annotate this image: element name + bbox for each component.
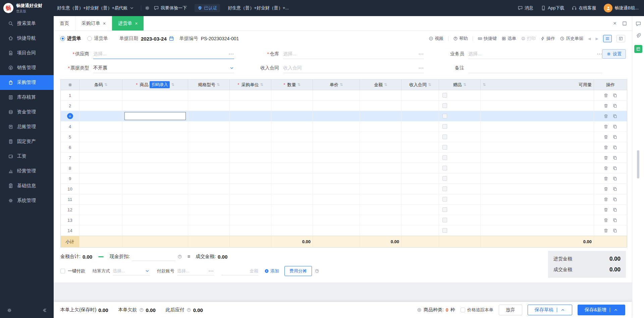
payable-after-help-icon[interactable] xyxy=(186,308,191,312)
column-header-amount[interactable]: 金额⇅ xyxy=(360,80,401,90)
delete-row-icon[interactable] xyxy=(603,114,608,119)
delete-row-icon[interactable] xyxy=(603,176,608,181)
user-name[interactable]: 畅捷通B组... xyxy=(614,5,639,11)
pay-account-select[interactable]: 选择... ··· xyxy=(177,267,214,275)
app-download-link[interactable]: App下载 xyxy=(541,5,564,11)
cell-income-contract[interactable] xyxy=(401,101,439,111)
delete-row-icon[interactable] xyxy=(603,155,608,160)
cell-purchase-unit[interactable] xyxy=(230,173,271,183)
cell-qty[interactable] xyxy=(271,121,313,131)
delete-row-icon[interactable] xyxy=(603,218,608,223)
radio-goods-receipt[interactable]: 进货单 xyxy=(60,36,81,42)
cell-available[interactable] xyxy=(481,225,594,235)
cell-qty[interactable] xyxy=(271,215,313,225)
income-contract-field[interactable]: 收入合同 ··· xyxy=(283,63,424,73)
sidebar-settings-icon[interactable] xyxy=(7,308,12,313)
cell-available[interactable] xyxy=(481,132,594,142)
delete-row-icon[interactable] xyxy=(603,93,608,98)
cell-income-contract[interactable] xyxy=(401,205,439,215)
cell-amount[interactable] xyxy=(360,121,401,131)
cell-barcode[interactable] xyxy=(79,163,122,173)
sidebar-item-ledger[interactable]: 总账管理 xyxy=(0,119,54,134)
cell-income-contract[interactable] xyxy=(401,111,439,121)
cell-price[interactable] xyxy=(313,101,360,111)
operate-button[interactable]: 操作 xyxy=(540,36,555,42)
cell-price[interactable] xyxy=(313,111,360,121)
sidebar-item-search-menu[interactable]: 搜索菜单 xyxy=(0,16,54,31)
close-all-tabs-icon[interactable]: × xyxy=(613,20,616,27)
hotkey-button[interactable]: 快捷键 xyxy=(478,36,497,42)
scrollbar-thumb[interactable] xyxy=(637,150,639,178)
sidebar-item-project-contract[interactable]: 项目合同 xyxy=(0,46,54,60)
column-header-available[interactable]: ⇅可用量 xyxy=(481,80,594,90)
cell-available[interactable] xyxy=(481,121,594,131)
copy-row-icon[interactable] xyxy=(612,114,618,119)
column-header-barcode[interactable]: 条码⇅ xyxy=(79,80,122,90)
sort-icon[interactable]: ⇅ xyxy=(171,83,174,87)
cell-spec[interactable] xyxy=(188,101,230,111)
delete-row-icon[interactable] xyxy=(603,166,608,171)
cell-amount[interactable] xyxy=(360,153,401,163)
cell-qty[interactable] xyxy=(271,194,313,204)
collapse-sidebar-icon[interactable] xyxy=(42,308,47,313)
cell-income-contract[interactable] xyxy=(401,163,439,173)
sidebar-item-sales[interactable]: 销售管理 xyxy=(0,60,54,75)
cell-spec[interactable] xyxy=(188,153,230,163)
cell-product[interactable] xyxy=(122,205,188,215)
cell-amount[interactable] xyxy=(360,111,401,121)
cell-price[interactable] xyxy=(313,215,360,225)
cell-price[interactable] xyxy=(313,173,360,183)
cell-price[interactable] xyxy=(313,142,360,152)
cell-amount[interactable] xyxy=(360,194,401,204)
column-header-price[interactable]: 单价⇅ xyxy=(313,80,360,90)
copy-row-icon[interactable] xyxy=(612,93,618,98)
add-row-button[interactable]: + xyxy=(67,113,73,119)
cell-purchase-unit[interactable] xyxy=(230,142,271,152)
cell-amount[interactable] xyxy=(360,101,401,111)
cell-qty[interactable] xyxy=(271,225,313,235)
tab-home[interactable]: 首页 xyxy=(54,16,75,31)
gift-checkbox[interactable] xyxy=(442,103,447,108)
cell-qty[interactable] xyxy=(271,90,313,100)
cell-income-contract[interactable] xyxy=(401,215,439,225)
add-payment-button[interactable]: 添加 xyxy=(264,268,279,274)
product-input[interactable] xyxy=(124,112,186,120)
cell-product[interactable] xyxy=(122,184,188,194)
cell-spec[interactable] xyxy=(188,142,230,152)
cell-qty[interactable] xyxy=(271,205,313,215)
gift-checkbox[interactable] xyxy=(442,187,447,191)
delete-row-icon[interactable] xyxy=(603,187,608,192)
experience-link[interactable]: 我要体验一下 xyxy=(154,5,187,11)
cell-purchase-unit[interactable] xyxy=(230,101,271,111)
sort-icon[interactable]: ⇅ xyxy=(340,83,343,87)
discount-help-icon[interactable] xyxy=(177,254,182,259)
cell-purchase-unit[interactable] xyxy=(230,225,271,235)
column-settings-icon[interactable] xyxy=(68,83,72,87)
cell-spec[interactable] xyxy=(188,205,230,215)
cell-purchase-unit[interactable] xyxy=(230,121,271,131)
cell-barcode[interactable] xyxy=(79,132,122,142)
next-doc-icon[interactable]: ▶ xyxy=(596,37,598,41)
app-logo[interactable]: 畅 畅捷通好业财 普及版 xyxy=(0,3,54,14)
cell-income-contract[interactable] xyxy=(401,132,439,142)
cell-available[interactable] xyxy=(481,173,594,183)
gift-checkbox[interactable] xyxy=(442,176,447,181)
cell-amount[interactable] xyxy=(360,132,401,142)
delete-row-icon[interactable] xyxy=(603,197,608,202)
ellipsis-icon[interactable]: ··· xyxy=(419,65,424,70)
cell-qty[interactable] xyxy=(271,142,313,152)
gift-checkbox[interactable] xyxy=(442,207,447,212)
cell-spec[interactable] xyxy=(188,111,230,121)
copy-row-icon[interactable] xyxy=(612,176,618,181)
copy-row-icon[interactable] xyxy=(612,103,618,108)
doc-date-value[interactable]: 2023-03-24 xyxy=(141,36,167,42)
copy-row-icon[interactable] xyxy=(612,166,618,171)
sort-icon[interactable]: ⇅ xyxy=(260,83,263,87)
cell-available[interactable] xyxy=(481,194,594,204)
supplier-field[interactable]: 选择... ··· xyxy=(93,49,234,59)
cell-amount[interactable] xyxy=(360,90,401,100)
expand-view-icon[interactable] xyxy=(622,21,627,26)
cell-available[interactable] xyxy=(481,184,594,194)
cell-income-contract[interactable] xyxy=(401,90,439,100)
cell-barcode[interactable] xyxy=(79,90,122,100)
